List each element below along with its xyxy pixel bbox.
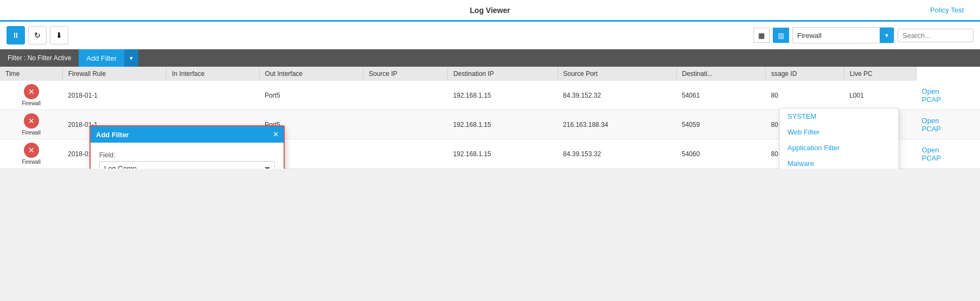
cell-src-port-0: 54061 bbox=[676, 81, 765, 110]
modal-title: Add Filter bbox=[96, 131, 129, 139]
log-table-container: Time Firewall Rule In Interface Out Inte… bbox=[0, 67, 980, 169]
col-out-interface: Out Interface bbox=[259, 67, 363, 81]
cell-src-ip-0: 192.168.1.15 bbox=[447, 81, 558, 110]
dropdown-item-application-filter[interactable]: Application Filter bbox=[780, 140, 898, 156]
cell-out-iface-2 bbox=[363, 139, 447, 169]
cell-live-pc-2[interactable]: OpenPCAP bbox=[917, 139, 980, 169]
col-in-interface: In Interface bbox=[166, 67, 260, 81]
col-destination: Destinati... bbox=[676, 67, 765, 81]
filter-status-label: Filter : No Filter Active bbox=[0, 54, 79, 62]
col-source-port: Source Port bbox=[558, 67, 676, 81]
firewall-label-2: Firewall bbox=[22, 159, 40, 165]
firewall-label-1: Firewall bbox=[22, 130, 40, 136]
col-time: Time bbox=[0, 67, 62, 81]
add-filter-container: Add Filter ▼ bbox=[79, 49, 138, 67]
modal-body: Field: Log CompSource IPDestination IPPo… bbox=[91, 143, 284, 169]
bar-view-button[interactable]: ▥ bbox=[773, 28, 789, 43]
firewall-icon-2: ✕ bbox=[24, 143, 39, 158]
pcap-link-0[interactable]: PCAP bbox=[922, 95, 975, 104]
cell-time-0: ✕ Firewall bbox=[0, 81, 62, 110]
add-filter-modal-overlay: Add Filter × Field: Log CompSource IPDes… bbox=[89, 125, 285, 169]
table-header-row: Time Firewall Rule In Interface Out Inte… bbox=[0, 67, 980, 81]
cell-time-val-0: 2018-01-1 bbox=[62, 81, 166, 110]
toolbar: ⏸ ↻ ⬇ ▦ ▥ ▼ bbox=[0, 22, 980, 49]
modal-header: Add Filter × bbox=[91, 126, 284, 143]
cell-src-port-2: 54060 bbox=[676, 139, 765, 169]
grid-view-button[interactable]: ▦ bbox=[753, 28, 770, 43]
refresh-icon: ↻ bbox=[34, 31, 41, 40]
page-title: Log Viewer bbox=[470, 6, 510, 15]
open-link-0[interactable]: Open bbox=[922, 87, 975, 95]
firewall-icon-0: ✕ bbox=[24, 84, 39, 99]
toolbar-right: ▦ ▥ ▼ bbox=[753, 27, 973, 43]
cell-out-iface-1 bbox=[363, 110, 447, 139]
policy-test-link[interactable]: Policy Test bbox=[930, 6, 980, 14]
col-message-id: ssage ID bbox=[765, 67, 844, 81]
filter-input[interactable] bbox=[793, 29, 880, 42]
cell-dst-ip-0: 84.39.152.32 bbox=[558, 81, 676, 110]
pcap-link-1[interactable]: PCAP bbox=[922, 125, 975, 133]
refresh-button[interactable]: ↻ bbox=[28, 26, 47, 44]
table-row: ✕ Firewall 2018-01-1 Port5 192.168.1.15 … bbox=[0, 81, 980, 110]
modal-close-button[interactable]: × bbox=[273, 130, 278, 139]
cell-src-ip-2: 192.168.1.15 bbox=[447, 139, 558, 169]
cell-src-port-1: 54059 bbox=[676, 110, 765, 139]
top-nav: Log Viewer Policy Test bbox=[0, 0, 980, 22]
cell-fw-rule-0 bbox=[166, 81, 260, 110]
cell-dst-ip-2: 84.39.153.32 bbox=[558, 139, 676, 169]
add-filter-dropdown-arrow[interactable]: ▼ bbox=[124, 49, 138, 67]
pause-button[interactable]: ⏸ bbox=[7, 26, 25, 44]
field-label: Field: bbox=[99, 151, 275, 159]
pcap-link-2[interactable]: PCAP bbox=[922, 154, 975, 162]
download-icon: ⬇ bbox=[56, 31, 62, 40]
download-button[interactable]: ⬇ bbox=[50, 26, 68, 44]
dropdown-item-web-filter[interactable]: Web Filter bbox=[780, 124, 898, 140]
cell-msg-id-0: L001 bbox=[844, 81, 916, 110]
open-link-2[interactable]: Open bbox=[922, 146, 975, 154]
filter-type-dropdown: SYSTEMWeb FilterApplication FilterMalwar… bbox=[779, 108, 899, 169]
firewall-icon-1: ✕ bbox=[24, 113, 39, 129]
field-select[interactable]: Log CompSource IPDestination IPPortActio… bbox=[99, 161, 275, 169]
cell-dst-ip-1: 216.163.188.34 bbox=[558, 110, 676, 139]
col-firewall-rule: Firewall Rule bbox=[62, 67, 166, 81]
search-input[interactable] bbox=[898, 29, 973, 42]
pause-icon: ⏸ bbox=[12, 31, 20, 40]
dropdown-item-malware[interactable]: Malware bbox=[780, 156, 898, 169]
cell-dst-0: 80 bbox=[765, 81, 844, 110]
grid-icon: ▦ bbox=[758, 31, 765, 40]
col-destination-ip: Destination IP bbox=[447, 67, 558, 81]
add-filter-modal: Add Filter × Field: Log CompSource IPDes… bbox=[89, 125, 285, 169]
cell-live-pc-0[interactable]: OpenPCAP bbox=[917, 81, 980, 110]
col-live-pc: Live PC bbox=[844, 67, 916, 81]
filter-dropdown[interactable]: ▼ bbox=[792, 27, 894, 43]
open-link-1[interactable]: Open bbox=[922, 117, 975, 125]
col-source-ip: Source IP bbox=[363, 67, 447, 81]
cell-out-iface-0 bbox=[363, 81, 447, 110]
firewall-label-0: Firewall bbox=[22, 100, 40, 106]
filter-dropdown-arrow[interactable]: ▼ bbox=[880, 28, 894, 43]
cell-time-1: ✕ Firewall bbox=[0, 110, 62, 139]
dropdown-item-system[interactable]: SYSTEM bbox=[780, 108, 898, 124]
cell-in-iface-0: Port5 bbox=[259, 81, 363, 110]
field-group: Field: Log CompSource IPDestination IPPo… bbox=[99, 151, 275, 169]
cell-live-pc-1[interactable]: OpenPCAP bbox=[917, 110, 980, 139]
filter-bar: Filter : No Filter Active Add Filter ▼ bbox=[0, 49, 980, 67]
cell-src-ip-1: 192.168.1.15 bbox=[447, 110, 558, 139]
add-filter-button[interactable]: Add Filter bbox=[79, 49, 124, 67]
bars-icon: ▥ bbox=[778, 31, 784, 40]
cell-time-2: ✕ Firewall bbox=[0, 139, 62, 169]
